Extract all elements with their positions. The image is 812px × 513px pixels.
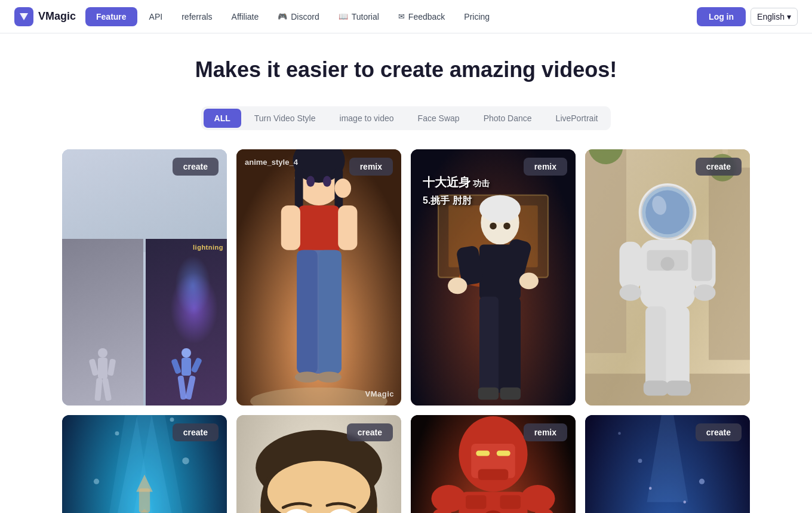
svg-rect-121	[500, 495, 521, 509]
svg-point-149	[649, 487, 652, 490]
svg-point-36	[503, 223, 510, 230]
svg-rect-2	[89, 359, 99, 377]
svg-point-143	[699, 479, 705, 484]
svg-rect-24	[297, 250, 318, 374]
feature-button[interactable]: Feature	[85, 7, 137, 26]
svg-point-64	[694, 284, 716, 301]
card-anime[interactable]: anime_style_4 VMagic remix	[236, 149, 401, 406]
svg-point-6	[182, 348, 191, 358]
svg-rect-68	[666, 380, 691, 395]
category-tabs: ALL Turn Video Style image to video Face…	[201, 106, 611, 130]
svg-rect-1	[98, 358, 107, 379]
card-astronaut[interactable]: create	[585, 149, 750, 406]
svg-rect-3	[107, 359, 116, 376]
page-title: Makes it easier to create amazing videos…	[62, 57, 750, 82]
svg-point-83	[182, 457, 189, 465]
svg-rect-10	[177, 376, 186, 400]
logo-icon	[14, 7, 33, 26]
svg-point-63	[620, 284, 642, 301]
nav-api[interactable]: API	[142, 7, 170, 26]
card-ironman-remix-button[interactable]: remix	[524, 423, 567, 441]
card-astronaut-create-button[interactable]: create	[696, 158, 742, 176]
main-content: Makes it easier to create amazing videos…	[48, 33, 764, 513]
svg-rect-9	[190, 357, 202, 373]
svg-rect-77	[139, 489, 150, 512]
svg-point-27	[317, 371, 342, 382]
svg-rect-20	[299, 205, 340, 254]
nav-feedback[interactable]: ✉ Feedback	[391, 7, 452, 26]
svg-point-82	[115, 432, 119, 436]
svg-point-35	[490, 223, 497, 230]
svg-point-81	[94, 479, 99, 484]
svg-rect-21	[281, 205, 300, 250]
card-lightning-create-button[interactable]: create	[173, 158, 219, 176]
tab-turn-video-style[interactable]: Turn Video Style	[244, 109, 327, 128]
svg-rect-66	[645, 306, 666, 389]
tab-liveportrait[interactable]: LivePortrait	[545, 109, 609, 128]
svg-point-148	[683, 501, 686, 504]
card-flower-create-button[interactable]: create	[696, 423, 742, 441]
tutorial-icon: 📖	[339, 12, 348, 21]
svg-point-0	[98, 348, 107, 358]
svg-rect-8	[171, 358, 182, 374]
tab-photo-dance[interactable]: Photo Dance	[473, 109, 543, 128]
card-ironman[interactable]: remix	[411, 415, 576, 513]
logo[interactable]: VMagic	[14, 7, 76, 26]
svg-rect-61	[620, 242, 642, 290]
svg-rect-51	[722, 149, 728, 154]
navbar: VMagic Feature API referrals Affiliate 🎮…	[0, 0, 812, 33]
svg-rect-25	[319, 250, 342, 374]
svg-rect-7	[182, 358, 191, 376]
card-flower[interactable]: create	[585, 415, 750, 513]
svg-point-147	[618, 432, 621, 435]
svg-rect-114	[478, 469, 509, 480]
tab-face-swap[interactable]: Face Swap	[407, 109, 470, 128]
card-fight[interactable]: 十大近身功击 5.挑手 肘肘 remix	[411, 149, 576, 406]
svg-rect-69	[691, 239, 712, 281]
nav-referrals[interactable]: referrals	[174, 7, 219, 26]
card-anime-remix-button[interactable]: remix	[349, 158, 393, 176]
card-man-create-button[interactable]: create	[347, 423, 393, 441]
svg-rect-43	[479, 297, 499, 393]
svg-rect-22	[338, 205, 357, 250]
nav-pricing[interactable]: Pricing	[457, 7, 497, 26]
card-grid-row1: lightning create	[62, 149, 750, 406]
svg-rect-11	[185, 376, 196, 400]
nav-discord[interactable]: 🎮 Discord	[270, 7, 326, 26]
svg-point-122	[432, 485, 466, 512]
svg-rect-4	[94, 378, 102, 401]
svg-point-41	[519, 273, 539, 290]
card-grid-row2: create	[62, 415, 750, 513]
discord-icon: 🎮	[278, 12, 287, 21]
svg-rect-45	[500, 388, 521, 400]
svg-point-146	[638, 459, 642, 463]
chevron-down-icon: ▾	[787, 12, 791, 21]
card-lightning[interactable]: lightning create	[62, 149, 227, 406]
svg-point-56	[645, 191, 690, 235]
language-label: English	[757, 12, 785, 21]
svg-rect-5	[102, 378, 112, 401]
nav-tutorial[interactable]: 📖 Tutorial	[331, 7, 386, 26]
language-selector[interactable]: English ▾	[751, 8, 798, 26]
card-underwater-create-button[interactable]: create	[173, 423, 219, 441]
svg-point-40	[448, 278, 467, 294]
card-man[interactable]: create	[236, 415, 401, 513]
svg-point-19	[323, 176, 331, 186]
svg-point-34	[479, 195, 521, 223]
svg-point-123	[521, 485, 555, 512]
tab-all[interactable]: ALL	[204, 109, 241, 128]
svg-rect-113	[497, 451, 510, 456]
svg-point-18	[306, 176, 315, 186]
svg-point-84	[170, 418, 174, 422]
nav-affiliate[interactable]: Affiliate	[224, 7, 266, 26]
svg-point-60	[661, 257, 675, 271]
tab-image-to-video[interactable]: image to video	[329, 109, 405, 128]
svg-rect-112	[476, 451, 490, 456]
card-underwater[interactable]: create	[62, 415, 227, 513]
svg-rect-67	[644, 380, 668, 395]
login-button[interactable]: Log in	[697, 7, 746, 26]
svg-rect-44	[478, 388, 499, 400]
svg-point-26	[295, 371, 319, 382]
feedback-icon: ✉	[398, 12, 405, 21]
card-fight-remix-button[interactable]: remix	[524, 158, 567, 176]
